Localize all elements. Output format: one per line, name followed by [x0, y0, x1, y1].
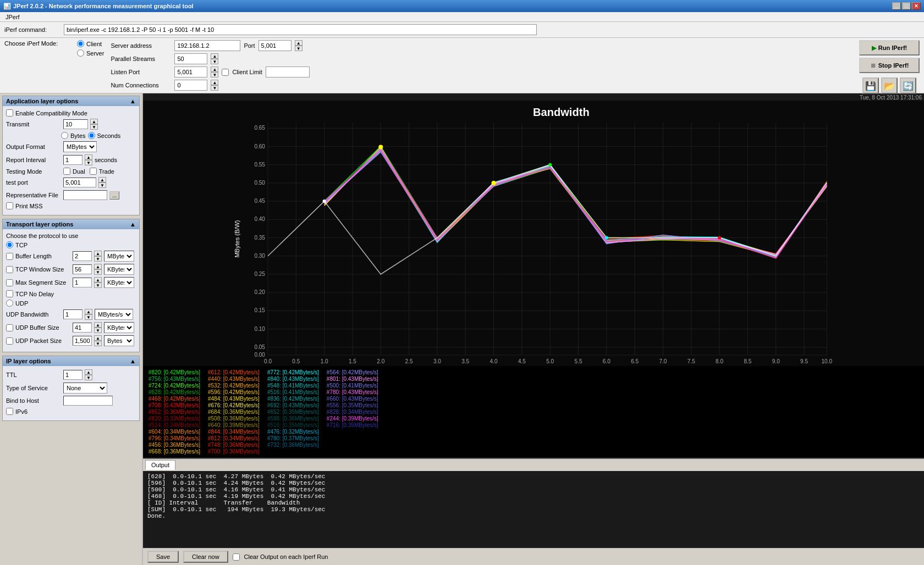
tos-row: Type of Service None	[6, 383, 136, 394]
test-port-spinner[interactable]: ▲ ▼	[98, 177, 106, 188]
max-segment-spinner[interactable]: ▲ ▼	[94, 277, 102, 288]
output-format-label: Output Format	[6, 143, 61, 150]
legend-item: #484: [0.43MBytes/s]	[208, 396, 260, 402]
listen-port-input[interactable]	[174, 67, 207, 77]
svg-text:5.5: 5.5	[575, 358, 582, 364]
udp-buffer-checkbox[interactable]	[6, 324, 13, 331]
svg-text:0.15: 0.15	[254, 307, 265, 313]
trade-checkbox[interactable]	[90, 168, 97, 175]
app-layer-header[interactable]: Application layer options ▲	[3, 96, 139, 106]
max-segment-input[interactable]	[73, 278, 92, 287]
transport-layer-header[interactable]: Transport layer options ▲	[3, 219, 139, 229]
parallel-spinner[interactable]: ▲ ▼	[211, 53, 218, 64]
ipv6-checkbox[interactable]	[6, 408, 13, 415]
udp-buffer-input[interactable]	[73, 323, 92, 333]
buffer-length-input[interactable]	[73, 251, 92, 261]
legend-item: #456: [0.36MBytes/s]	[148, 442, 200, 448]
clear-now-button[interactable]: Clear now	[183, 551, 228, 563]
save-config-button[interactable]: 💾	[862, 77, 879, 94]
menu-jperf[interactable]: JPerf	[2, 13, 23, 21]
legend-item: #852: [0.36MBytes/s]	[148, 409, 200, 415]
legend-area: #820: [0.42MBytes/s] #756: [0.43MBytes/s…	[143, 366, 924, 458]
udp-bw-unit-select[interactable]: MBytes/sec	[95, 309, 133, 320]
maximize-button[interactable]: □	[902, 2, 911, 10]
port-input[interactable]	[258, 40, 292, 51]
svg-text:10.0: 10.0	[822, 358, 833, 364]
client-limit-checkbox[interactable]	[222, 69, 229, 76]
run-iperf-button[interactable]: ▶ Run IPerf!	[859, 40, 920, 56]
rep-file-input[interactable]	[63, 190, 107, 200]
udp-packet-label: UDP Packet Size	[15, 337, 70, 344]
udp-packet-spinner[interactable]: ▲ ▼	[94, 335, 102, 346]
bytes-label: Bytes	[70, 132, 86, 139]
buffer-length-checkbox[interactable]	[6, 253, 13, 260]
transmit-spinner[interactable]: ▲ ▼	[90, 119, 98, 130]
svg-text:2.5: 2.5	[405, 358, 413, 364]
tcp-window-unit-select[interactable]: KBytes	[104, 264, 134, 275]
num-connections-input[interactable]	[174, 80, 207, 91]
svg-text:0.00: 0.00	[254, 352, 265, 358]
buffer-length-spinner[interactable]: ▲ ▼	[94, 251, 102, 262]
seconds-radio[interactable]	[88, 132, 95, 139]
legend-item: #524: [0.34MBytes/s]	[148, 422, 200, 428]
trade-label: Trade	[99, 168, 114, 175]
output-tab-bar: Output	[143, 459, 924, 471]
command-input[interactable]	[64, 24, 537, 35]
dual-checkbox[interactable]	[63, 168, 70, 175]
ip-layer-header[interactable]: IP layer options ▲	[3, 356, 139, 366]
buffer-length-unit-select[interactable]: MBytes	[104, 251, 134, 262]
tos-select[interactable]: None	[63, 383, 107, 394]
num-conn-spinner[interactable]: ▲ ▼	[211, 80, 218, 91]
udp-radio[interactable]	[6, 300, 13, 307]
svg-text:0.50: 0.50	[254, 180, 265, 186]
udp-packet-checkbox[interactable]	[6, 337, 13, 345]
close-button[interactable]: ✕	[912, 2, 921, 10]
tcp-nodelay-checkbox[interactable]	[6, 290, 13, 297]
ip-layer-section: IP layer options ▲ TTL ▲ ▼ Type of Servi…	[2, 356, 140, 421]
output-format-select[interactable]: MBytes	[63, 141, 97, 152]
legend-item: #844: [0.34MBytes/s]	[208, 429, 260, 435]
output-tab[interactable]: Output	[145, 460, 175, 470]
udp-bandwidth-input[interactable]	[63, 309, 82, 319]
bytes-radio[interactable]	[61, 132, 68, 139]
udp-label: UDP	[15, 300, 28, 307]
listen-port-spinner[interactable]: ▲ ▼	[211, 67, 218, 77]
max-segment-unit-select[interactable]: KBytes	[104, 277, 134, 288]
udp-packet-input[interactable]	[73, 336, 92, 346]
report-interval-input[interactable]	[63, 155, 82, 165]
minimize-button[interactable]: _	[892, 2, 901, 10]
settings-button[interactable]: 🔄	[900, 77, 916, 94]
stop-iperf-button[interactable]: ⏹ Stop IPerf!	[859, 58, 920, 73]
client-limit-input[interactable]	[266, 67, 310, 77]
test-port-input[interactable]	[63, 178, 96, 187]
rep-file-browse-button[interactable]: ...	[109, 191, 119, 200]
legend-col-2: #612: [0.42MBytes/s] #440: [0.43MBytes/s…	[208, 369, 260, 455]
svg-text:3.0: 3.0	[433, 358, 441, 364]
report-interval-spinner[interactable]: ▲ ▼	[85, 154, 92, 165]
port-spinner[interactable]: ▲ ▼	[295, 40, 302, 51]
load-config-button[interactable]: 📂	[881, 77, 898, 94]
bind-host-input[interactable]	[63, 396, 113, 406]
tcp-window-checkbox[interactable]	[6, 266, 13, 273]
clear-on-run-checkbox[interactable]	[233, 553, 240, 561]
print-mss-checkbox[interactable]	[6, 202, 13, 209]
tcp-window-spinner[interactable]: ▲ ▼	[94, 264, 102, 275]
udp-buffer-spinner[interactable]: ▲ ▼	[94, 322, 102, 333]
server-address-input[interactable]	[174, 40, 240, 51]
parallel-streams-input[interactable]	[174, 53, 207, 64]
tos-label: Type of Service	[6, 385, 61, 391]
transmit-input[interactable]	[63, 119, 88, 129]
client-radio[interactable]	[77, 40, 84, 47]
enable-compat-checkbox[interactable]	[6, 109, 13, 117]
legend-item: #516: [0.41MBytes/s]	[267, 389, 319, 395]
udp-bw-spinner[interactable]: ▲ ▼	[85, 309, 92, 320]
max-segment-checkbox[interactable]	[6, 279, 13, 286]
save-button[interactable]: Save	[147, 551, 179, 563]
udp-buffer-unit-select[interactable]: KBytes	[104, 322, 134, 333]
tcp-window-input[interactable]	[73, 264, 92, 274]
tcp-radio[interactable]	[6, 241, 13, 248]
udp-packet-unit-select[interactable]: Bytes	[104, 335, 134, 346]
ttl-spinner[interactable]: ▲ ▼	[85, 369, 92, 380]
server-radio[interactable]	[77, 49, 84, 57]
ttl-input[interactable]	[63, 370, 82, 380]
